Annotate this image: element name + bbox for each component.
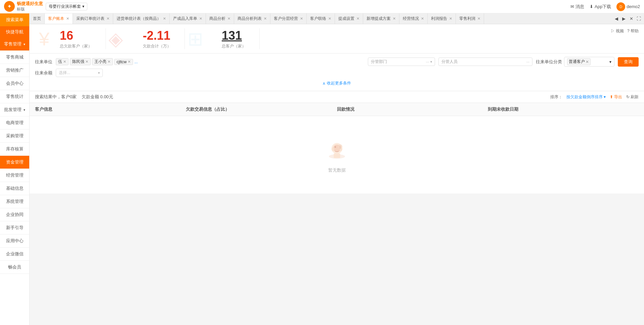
balance-arrow-icon: ▾ (98, 71, 100, 75)
layout: 搜索菜单 快捷导航 零售管理 ▾ 零售商城 营销推广 会员中心 零售统计 批发管… (0, 13, 644, 325)
sidebar-item-inventory[interactable]: 库存核算 (0, 143, 29, 156)
tab-close-product-stock[interactable]: ✕ (199, 16, 202, 21)
stat-bg-minus-icon: ◈ (109, 28, 123, 50)
tab-close-customers[interactable]: ✕ (66, 16, 69, 21)
user-menu[interactable]: D demo2 (616, 2, 640, 11)
dept-filter[interactable]: 分管部门 ··· ▾ (368, 58, 435, 66)
tab-close-purchase-order[interactable]: ✕ (106, 16, 110, 21)
filter-area: 往来单位 伍 ✕ 陈民强 ✕ 王小亮 ✕ (30, 53, 644, 91)
help-link[interactable]: ? 帮助 (627, 28, 639, 34)
sidebar-item-wholesale[interactable]: 批发管理 ▾ (0, 103, 29, 116)
tab-purchase-order[interactable]: 采购订单统计表 ✕ (73, 13, 113, 24)
stat-bg-coin-icon: ¥ (39, 28, 49, 50)
tab-close-new-promotion[interactable]: ✕ (393, 16, 396, 21)
sidebar-item-retail[interactable]: 零售管理 ▾ (0, 38, 29, 51)
tabs-close-all-btn[interactable]: ✕ (628, 13, 635, 24)
tab-retail-profit[interactable]: 零售利润 ✕ (456, 13, 484, 24)
tab-close-promotion-settings[interactable]: ✕ (356, 16, 359, 21)
tab-operations[interactable]: 经营情况 ✕ (399, 13, 428, 24)
tabs-prev-btn[interactable]: ◀ (613, 13, 620, 24)
remove-classify-tag[interactable]: ✕ (586, 60, 589, 64)
sidebar-item-guide[interactable]: 新手引导 (0, 221, 29, 234)
export-button[interactable]: ⬆ 导出 (610, 94, 622, 100)
collapse-button[interactable]: ∧ 收起更多条件 (35, 79, 639, 87)
tab-product-analysis[interactable]: 商品分析 ✕ (206, 13, 234, 24)
tab-close-retail-profit[interactable]: ✕ (477, 16, 480, 21)
tab-customers[interactable]: 客户账本 ✕ (45, 13, 73, 24)
query-button[interactable]: 查询 (618, 57, 639, 67)
tab-close-customer-segment[interactable]: ✕ (300, 16, 303, 21)
sidebar-item-mall[interactable]: 零售商城 (0, 51, 29, 64)
th-repayment: 回款情况 (337, 106, 488, 112)
tab-close-profit-report[interactable]: ✕ (449, 16, 452, 21)
collapse-icon: ∧ (323, 81, 326, 86)
export-icon: ⬆ (610, 95, 613, 99)
top-bar-right: ✉ 消息 ⬇ App下载 D demo2 (570, 2, 640, 11)
tab-goods-stats[interactable]: 进货单统计表（按商品） ✕ (113, 13, 170, 24)
sidebar-item-purchase[interactable]: 采购管理 (0, 130, 29, 143)
classify-dropdown[interactable]: 普通客户 ✕ ▾ (564, 57, 614, 67)
remove-tag-wang[interactable]: ✕ (108, 60, 111, 64)
sidebar-item-marketing[interactable]: 营销推广 (0, 64, 29, 77)
tab-product-list[interactable]: 商品分析列表 ✕ (234, 13, 270, 24)
tab-close-product-analysis[interactable]: ✕ (227, 16, 230, 21)
tab-close-customer-connect[interactable]: ✕ (328, 16, 331, 21)
sidebar-item-vip[interactable]: 畅会员 (0, 261, 29, 274)
classify-filter: 往来单位分类 普通客户 ✕ ▾ (536, 57, 614, 67)
sidebar-search[interactable]: 搜索菜单 (0, 13, 29, 26)
empty-text: 暂无数据 (328, 167, 346, 173)
tab-close-goods-stats[interactable]: ✕ (163, 16, 166, 21)
tab-new-promotion[interactable]: 新增提成方案 ✕ (363, 13, 399, 24)
stats-bar: ¥ 16 总欠款客户（家） ◈ -2.11 欠款合计（万） ⊞ (30, 24, 644, 53)
tab-promotion-settings[interactable]: 提成设置 ✕ (335, 13, 363, 24)
tab-close-operations[interactable]: ✕ (421, 16, 424, 21)
tab-customer-connect[interactable]: 客户联络 ✕ (307, 13, 335, 24)
refresh-button[interactable]: ↻ 刷新 (626, 94, 639, 100)
remove-tag-wu[interactable]: ✕ (63, 60, 66, 64)
sidebar-item-apps[interactable]: 应用中心 (0, 234, 29, 248)
refresh-icon: ↻ (626, 95, 630, 99)
filter-row-1: 往来单位 伍 ✕ 陈民强 ✕ 王小亮 ✕ (35, 57, 639, 67)
person-filter[interactable]: 分管人员 ··· (438, 58, 532, 66)
remove-tag-chen[interactable]: ✕ (85, 60, 88, 64)
table-container: 客户信息 欠款交易信息（占比） 回款情况 到期未收款日期 (30, 103, 644, 193)
tab-close-product-list[interactable]: ✕ (264, 16, 267, 21)
message-button[interactable]: ✉ 消息 (570, 4, 584, 10)
balance-filter-label: 往来余额 (35, 70, 52, 76)
tabs-maximize-btn[interactable]: ⛶ (635, 13, 642, 24)
chevron-down-icon: ▾ (82, 4, 84, 9)
th-customer-info: 客户信息 (35, 106, 186, 112)
expand-icon-wholesale: ▾ (24, 108, 25, 112)
top-bar: ✦ 畅捷通好生意 标版 母婴行业演示帐套 ▾ ✉ 消息 ⬇ App下载 D de… (0, 0, 644, 13)
tab-profit-report[interactable]: 利润报告 ✕ (428, 13, 456, 24)
tab-customer-segment[interactable]: 客户分层经营 ✕ (270, 13, 307, 24)
sidebar-item-basic[interactable]: 基础信息 (0, 182, 29, 195)
app-download-button[interactable]: ⬇ App下载 (590, 4, 611, 10)
sidebar-item-wechat[interactable]: 企业微信 (0, 248, 29, 261)
unit-filter-label: 往来单位 (35, 59, 52, 65)
stat-debt-amount: ◈ -2.11 欠款合计（万） (106, 28, 185, 49)
sort-select[interactable]: 按欠款金额倒序排序 ▾ (566, 94, 606, 100)
logo-text: 畅捷通好生意 标版 (17, 1, 43, 12)
tab-product-stock[interactable]: 产成品入库单 ✕ (170, 13, 206, 24)
download-icon: ⬇ (590, 4, 593, 9)
tabs-next-btn[interactable]: ▶ (620, 13, 627, 24)
svg-point-4 (332, 147, 334, 151)
balance-select[interactable]: 选择... ▾ (56, 69, 103, 77)
sidebar-item-enterprise[interactable]: 企业协同 (0, 208, 29, 221)
account-dropdown[interactable]: 母婴行业演示帐套 ▾ (46, 3, 87, 10)
svg-rect-6 (334, 153, 340, 158)
filter-more-btn[interactable]: ... (134, 60, 138, 64)
sidebar-item-finance[interactable]: 资金管理 (0, 156, 29, 169)
sidebar-item-member[interactable]: 会员中心 (0, 77, 29, 90)
sidebar-item-ecommerce[interactable]: 电商管理 (0, 116, 29, 130)
tab-home[interactable]: 首页 (30, 13, 45, 24)
remove-tag-cjttcw[interactable]: ✕ (128, 60, 131, 64)
expand-icon-retail: ▾ (24, 42, 25, 46)
play-icon: ▷ (611, 29, 615, 33)
sidebar-item-operations[interactable]: 经营管理 (0, 169, 29, 182)
sidebar-item-system[interactable]: 系统管理 (0, 195, 29, 208)
sidebar-item-retail-stats[interactable]: 零售统计 (0, 90, 29, 103)
sidebar-quick-nav[interactable]: 快捷导航 (0, 26, 29, 38)
video-link[interactable]: ▷ 视频 (611, 28, 624, 34)
